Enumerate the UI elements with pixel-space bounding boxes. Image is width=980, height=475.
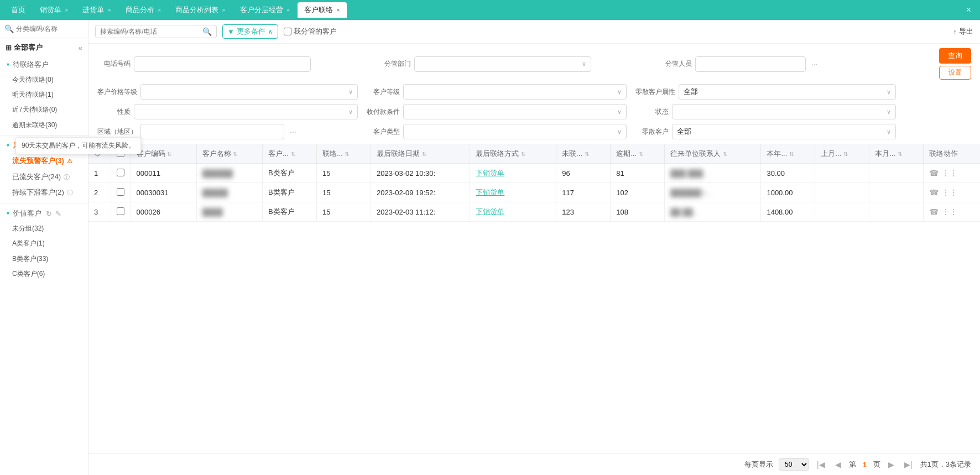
sidebar-item-c-class[interactable]: C类客户(6) bbox=[0, 267, 88, 281]
filter-price-grade: 客户价格等级 ∨ bbox=[97, 84, 358, 100]
sidebar-all-customers[interactable]: ⊞ 全部客户 « bbox=[0, 38, 88, 57]
sidebar-item-declining[interactable]: 持续下滑客户(2) ⓘ bbox=[0, 185, 88, 201]
sidebar-item-today[interactable]: 今天待联络(0) bbox=[0, 72, 88, 87]
refresh-icon[interactable]: ↻ bbox=[46, 210, 52, 218]
sort-icon-method[interactable]: ⇅ bbox=[521, 151, 525, 157]
sort-icon-type[interactable]: ⇅ bbox=[291, 151, 295, 157]
sidebar-item-ungroup[interactable]: 未分组(32) bbox=[0, 221, 88, 236]
cell-index: 1 bbox=[88, 164, 111, 183]
action-phone-icon[interactable]: ☎ bbox=[929, 188, 939, 197]
th-this-month: 本月... ⇅ bbox=[869, 144, 924, 164]
sort-icon-overdue[interactable]: ⇅ bbox=[639, 151, 643, 157]
tab-product-analysis[interactable]: 商品分析 × bbox=[119, 2, 168, 18]
tab-product-analysis-list-close[interactable]: × bbox=[222, 7, 225, 13]
search-button-icon[interactable]: 🔍 bbox=[202, 27, 212, 36]
sidebar-item-churn-warning[interactable]: 流失预警客户(3) ⚠ bbox=[0, 153, 88, 169]
app-close-button[interactable]: × bbox=[962, 5, 976, 15]
tab-product-analysis-close[interactable]: × bbox=[158, 7, 161, 13]
tab-customer-segmentation-close[interactable]: × bbox=[286, 7, 290, 13]
action-more-icon[interactable]: ⋮⋮ bbox=[942, 188, 957, 197]
contact-method-link[interactable]: 下销货单 bbox=[476, 207, 504, 216]
tab-sales-order-close[interactable]: × bbox=[65, 7, 68, 13]
sort-icon-name[interactable]: ⇅ bbox=[233, 151, 237, 157]
action-phone-icon[interactable]: ☎ bbox=[929, 207, 939, 216]
tab-customer-segmentation[interactable]: 客户分层经营 × bbox=[233, 2, 296, 18]
next-page-btn[interactable]: ▶ bbox=[886, 459, 896, 470]
tab-customer-contact-close[interactable]: × bbox=[336, 7, 340, 13]
filter-customer-grade-select[interactable]: ∨ bbox=[403, 84, 627, 100]
action-more-icon[interactable]: ⋮⋮ bbox=[942, 207, 957, 216]
my-customers-checkbox[interactable] bbox=[284, 28, 291, 35]
tab-home[interactable]: 首页 bbox=[4, 2, 32, 18]
filter-row-4: 区域（地区） ··· 客户类型 ∨ 零散客户 全部 ∨ bbox=[97, 124, 971, 139]
filter-zero-customer-select[interactable]: 全部 ∨ bbox=[672, 124, 896, 139]
th-name: 客户名称 ⇅ bbox=[196, 144, 262, 164]
table-row: 1 000011 ██████ B类客户 15 2023-03-02 10:30… bbox=[88, 164, 980, 183]
sort-icon-this-month[interactable]: ⇅ bbox=[898, 151, 902, 157]
settings-button[interactable]: 设置 bbox=[939, 66, 971, 80]
filter-person-input[interactable] bbox=[695, 56, 806, 72]
column-settings-icon[interactable]: ⚙ bbox=[94, 149, 101, 158]
filter-customer-type-select[interactable]: ∨ bbox=[403, 124, 627, 139]
contact-method-link[interactable]: 下销货单 bbox=[476, 169, 504, 177]
sidebar-item-overdue[interactable]: 逾期未联络(30) bbox=[0, 118, 88, 133]
sidebar-item-tomorrow[interactable]: 明天待联络(1) bbox=[0, 87, 88, 102]
tab-customer-contact[interactable]: 客户联络 × bbox=[298, 2, 346, 18]
prev-page-btn[interactable]: ◀ bbox=[833, 459, 843, 470]
cell-code: 00030031 bbox=[131, 183, 196, 202]
sort-icon-code[interactable]: ⇅ bbox=[167, 151, 171, 157]
tab-sales-order[interactable]: 销货单 × bbox=[33, 2, 75, 18]
tab-product-analysis-list[interactable]: 商品分析列表 × bbox=[169, 2, 232, 18]
sidebar-group-value-header[interactable]: ▼ 价值客户 ↻ ✎ bbox=[0, 206, 88, 221]
sidebar-item-7days[interactable]: 近7天待联络(0) bbox=[0, 102, 88, 117]
sort-icon-last-month[interactable]: ⇅ bbox=[843, 151, 848, 157]
row-checkbox-0[interactable] bbox=[117, 169, 124, 176]
row-checkbox-1[interactable] bbox=[117, 188, 124, 196]
export-button[interactable]: ↑ 导出 bbox=[953, 27, 974, 36]
contact-method-link[interactable]: 下销货单 bbox=[476, 188, 504, 196]
sidebar-item-a-class[interactable]: A类客户(1) bbox=[0, 236, 88, 251]
filter-panel: 电话号码 分管部门 ∨ 分管人员 ··· 查询 设置 bbox=[88, 44, 980, 144]
sort-icon-year[interactable]: ⇅ bbox=[789, 151, 794, 157]
tab-purchase-order[interactable]: 进货单 × bbox=[76, 2, 117, 18]
filter-payment: 收付款条件 ∨ bbox=[367, 104, 627, 119]
search-input[interactable] bbox=[100, 28, 199, 35]
filter-price-grade-select[interactable]: ∨ bbox=[140, 84, 358, 100]
sidebar-search-input[interactable] bbox=[16, 25, 88, 33]
sort-icon-uncontact[interactable]: ⇅ bbox=[585, 151, 589, 157]
sort-icon-contact[interactable]: ⇅ bbox=[345, 151, 349, 157]
filter-region: 区域（地区） ··· bbox=[97, 124, 358, 139]
tab-purchase-order-close[interactable]: × bbox=[107, 7, 111, 13]
sidebar-group-risk-header[interactable]: ▼ 风险客户 bbox=[0, 138, 88, 153]
per-page-select[interactable]: 50 100 200 bbox=[779, 458, 809, 471]
filter-region-more[interactable]: ··· bbox=[288, 127, 299, 136]
sidebar-item-churned[interactable]: 已流失客户(24) ⓘ bbox=[0, 169, 88, 185]
filter-nature-select[interactable]: ∨ bbox=[134, 104, 358, 119]
action-more-icon[interactable]: ⋮⋮ bbox=[942, 169, 957, 178]
more-conditions-button[interactable]: ▼ 更多条件 ∧ bbox=[222, 24, 278, 39]
filter-nature: 性质 ∨ bbox=[97, 104, 358, 119]
cell-type: B类客户 bbox=[263, 164, 317, 183]
first-page-btn[interactable]: |◀ bbox=[815, 459, 827, 470]
sidebar-group-pending-header[interactable]: ▼ 待联络客户 bbox=[0, 57, 88, 72]
sidebar-collapse-btn[interactable]: « bbox=[79, 44, 82, 52]
filter-phone-input[interactable] bbox=[134, 56, 311, 72]
filter-payment-select[interactable]: ∨ bbox=[403, 104, 627, 119]
row-checkbox-2[interactable] bbox=[117, 207, 124, 215]
sort-icon-person[interactable]: ⇅ bbox=[723, 151, 727, 157]
edit-icon[interactable]: ✎ bbox=[55, 210, 61, 218]
my-customers-checkbox-wrap[interactable]: 我分管的客户 bbox=[284, 27, 337, 36]
action-phone-icon[interactable]: ☎ bbox=[929, 169, 939, 178]
last-page-btn[interactable]: ▶| bbox=[902, 459, 915, 470]
select-all-checkbox[interactable] bbox=[117, 149, 124, 157]
filter-status-select[interactable]: ∨ bbox=[672, 104, 896, 119]
sidebar-item-b-class[interactable]: B类客户(33) bbox=[0, 252, 88, 267]
filter-region-input[interactable] bbox=[140, 124, 284, 139]
sort-icon-date[interactable]: ⇅ bbox=[422, 151, 426, 157]
cell-checkbox bbox=[111, 164, 131, 183]
query-button[interactable]: 查询 bbox=[939, 48, 971, 64]
filter-zero-customer: 零散客户 全部 ∨ bbox=[635, 124, 896, 139]
filter-zero-attr-select[interactable]: 全部 ∨ bbox=[679, 84, 896, 100]
filter-dept-select[interactable]: ∨ bbox=[414, 56, 591, 72]
filter-person-more[interactable]: ··· bbox=[809, 60, 820, 69]
